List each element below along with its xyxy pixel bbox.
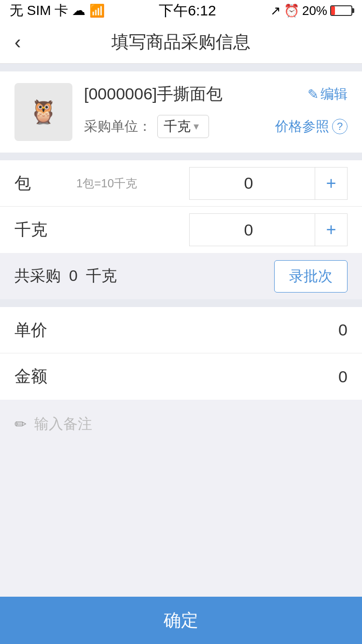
empty-content-area [0, 448, 362, 613]
quantity-section: 包 1包=10千克 + 千克 + [0, 160, 362, 253]
quantity-input-bao[interactable] [189, 167, 315, 200]
price-value-amount: 0 [338, 367, 348, 386]
unit-value: 千克 [164, 117, 191, 136]
remark-placeholder: 输入备注 [34, 414, 92, 434]
summary-text: 共采购 0 千克 [14, 266, 117, 287]
page-title: 填写商品采购信息 [111, 30, 251, 54]
confirm-button[interactable]: 确定 [0, 597, 362, 644]
summary-section: 共采购 0 千克 录批次 [0, 253, 362, 299]
quantity-sublabel-bao: 1包=10千克 [76, 176, 137, 191]
location-icon: ↗ [270, 3, 281, 18]
status-time: 下午6:12 [159, 1, 216, 21]
price-row-unit: 单价 0 [0, 307, 362, 353]
price-row-amount: 金额 0 [0, 353, 362, 400]
section-divider-2 [0, 299, 362, 307]
status-bar: 无 SIM 卡 ☁ 📶 下午6:12 ↗ ⏰ 20% [0, 0, 362, 21]
quantity-label-kg: 千克 [14, 219, 72, 241]
price-ref-label: 价格参照 [275, 117, 329, 136]
unit-select[interactable]: 千克 ▾ [157, 115, 209, 138]
product-image: 🦉 [14, 83, 72, 141]
chevron-down-icon: ▾ [194, 120, 199, 133]
batch-button[interactable]: 录批次 [274, 260, 348, 293]
quantity-plus-bao[interactable]: + [315, 167, 348, 200]
edit-icon: ✎ [307, 86, 319, 102]
section-divider-top [0, 64, 362, 71]
price-ref-button[interactable]: 价格参照 ? [275, 117, 348, 136]
price-section: 单价 0 金额 0 [0, 307, 362, 400]
product-thumbnail-icon: 🦉 [29, 98, 58, 126]
battery-icon [330, 5, 352, 16]
help-icon: ? [332, 119, 348, 134]
edit-button[interactable]: ✎ 编辑 [307, 85, 348, 103]
quantity-row-kg: 千克 + [0, 207, 362, 253]
quantity-row-bao: 包 1包=10千克 + [0, 160, 362, 207]
pencil-icon: ✏ [14, 416, 27, 433]
nav-bar: ‹ 填写商品采购信息 [0, 21, 362, 64]
product-card: 🦉 [0000006]手撕面包 ✎ 编辑 采购单位： 千克 ▾ 价格参照 ? [0, 71, 362, 153]
sim-label: 无 SIM 卡 ☁ [10, 1, 85, 20]
battery-percent: 20% [302, 3, 327, 18]
quantity-label-bao: 包 [14, 172, 72, 195]
section-divider-1 [0, 153, 362, 160]
unit-label: 采购单位： [84, 117, 152, 136]
product-info: [0000006]手撕面包 ✎ 编辑 采购单位： 千克 ▾ 价格参照 ? [84, 83, 348, 138]
product-name: [0000006]手撕面包 [84, 83, 223, 105]
price-label-amount: 金额 [14, 365, 47, 388]
back-button[interactable]: ‹ [14, 31, 21, 53]
price-value-unit: 0 [338, 321, 348, 339]
wifi-icon: 📶 [89, 3, 105, 18]
quantity-plus-kg[interactable]: + [315, 213, 348, 246]
alarm-icon: ⏰ [284, 3, 299, 18]
quantity-input-kg[interactable] [189, 213, 315, 246]
status-left: 无 SIM 卡 ☁ 📶 [10, 1, 105, 20]
status-right: ↗ ⏰ 20% [270, 3, 352, 18]
remark-section[interactable]: ✏ 输入备注 [0, 400, 362, 448]
price-label-unit: 单价 [14, 319, 47, 341]
